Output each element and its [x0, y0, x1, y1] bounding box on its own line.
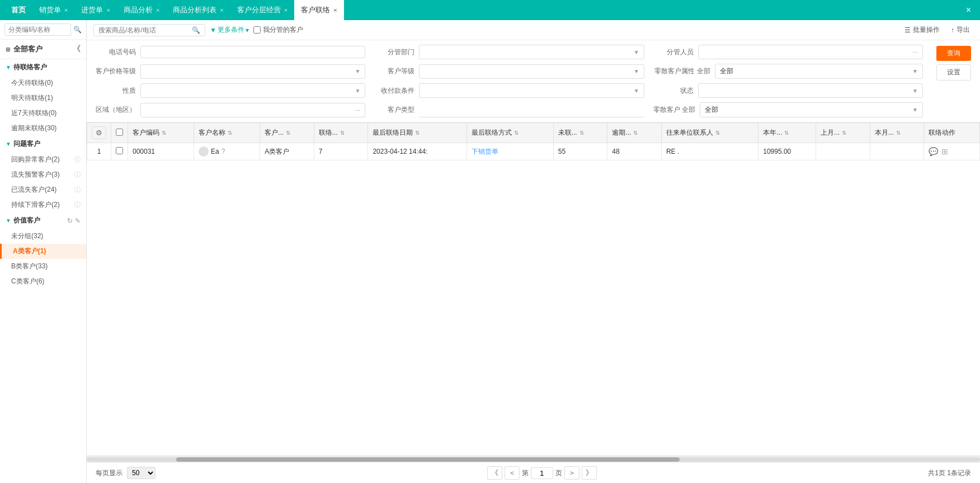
problem-customers-label: 问题客户 [13, 139, 81, 149]
dept-select[interactable]: ▼ [419, 45, 644, 59]
page-first-button[interactable]: 《 [487, 466, 502, 480]
row-checkbox[interactable] [116, 147, 123, 154]
total-info-area: 共1页 1条记录 [928, 468, 971, 478]
sort-contact-icon[interactable]: ⇅ [340, 130, 345, 136]
scrollbar-thumb[interactable] [176, 457, 680, 462]
sidebar-search-icon[interactable]: 🔍 [73, 26, 82, 34]
close-purchase-tab[interactable]: × [106, 7, 110, 13]
page-next-button[interactable]: ＞ [564, 466, 579, 480]
filter-row-1: 电话号码 分管部门 ▼ 分管人员 [96, 45, 932, 59]
th-last-method-label: 最后联络方式 [472, 128, 512, 138]
nav-home[interactable]: 首页 [4, 0, 32, 20]
content-area: 🔍 ▼ 更多条件 ▾ 我分管的客户 ☰ 批量操作 ↑ 导出 [87, 20, 980, 483]
th-this-year-label: 本年... [763, 128, 782, 138]
sort-not-contacted-icon[interactable]: ⇅ [579, 130, 584, 136]
sort-code-icon[interactable]: ⇅ [162, 130, 166, 136]
close-customer-tier-tab[interactable]: × [284, 7, 288, 13]
customer-level-select[interactable]: ▼ [419, 64, 644, 79]
value-group-edit-icon[interactable]: ✎ [75, 217, 81, 225]
sidebar-item-ungrouped[interactable]: 未分组(32) [0, 229, 86, 244]
close-analysis-tab[interactable]: × [156, 7, 159, 13]
sidebar-item-churned[interactable]: 已流失客户(24) ⓘ [0, 182, 86, 197]
sort-name-icon[interactable]: ⇅ [228, 130, 232, 136]
my-customers-checkbox-label[interactable]: 我分管的客户 [253, 25, 303, 35]
sort-contacts-icon[interactable]: ⇅ [715, 130, 720, 136]
nature-select[interactable]: ▼ [140, 83, 365, 98]
th-overdue: 逾期... ⇅ [607, 123, 662, 143]
sidebar-item-tomorrow[interactable]: 明天待联络(1) [0, 91, 86, 106]
nav-sales[interactable]: 销货单 × [32, 0, 74, 20]
sidebar-item-churn-warning[interactable]: 流失预警客户(3) ⓘ [0, 167, 86, 182]
value-group-refresh-icon[interactable]: ↻ [67, 217, 73, 225]
page-prev-button[interactable]: ＜ [505, 466, 520, 480]
close-customer-contact-tab[interactable]: × [333, 7, 337, 13]
chat-action-icon[interactable]: 💬 [929, 147, 938, 156]
close-sales-tab[interactable]: × [64, 7, 68, 13]
toolbar: 🔍 ▼ 更多条件 ▾ 我分管的客户 ☰ 批量操作 ↑ 导出 [87, 20, 980, 40]
sidebar-search-input[interactable] [4, 23, 71, 36]
nav-customer-tier[interactable]: 客户分层经营 × [230, 0, 294, 20]
page-size-select[interactable]: 50 100 200 [127, 467, 156, 479]
select-all-checkbox[interactable] [116, 129, 123, 136]
nav-analysis-list[interactable]: 商品分析列表 × [166, 0, 230, 20]
region-label: 区域（地区） [96, 105, 140, 115]
sidebar-item-a-class[interactable]: A类客户(1) [0, 244, 86, 259]
phone-input[interactable] [140, 46, 365, 58]
close-analysis-list-tab[interactable]: × [220, 7, 223, 13]
sort-method-icon[interactable]: ⇅ [514, 130, 519, 136]
th-name-label: 客户名称 [199, 128, 225, 138]
payment-select[interactable]: ▼ [419, 83, 644, 98]
filter-retail-attr: 零散客户属性 全部 全部 ▼ [653, 64, 932, 79]
window-close-button[interactable]: × [962, 5, 976, 15]
sort-last-month-icon[interactable]: ⇅ [842, 130, 846, 136]
nav-customer-contact[interactable]: 客户联络 × [294, 0, 343, 20]
data-table-container: ⚙ 客户编码 ⇅ 客户名称 [87, 122, 980, 456]
sort-this-month-icon[interactable]: ⇅ [896, 130, 901, 136]
last-method-link[interactable]: 下销货单 [472, 148, 498, 155]
sidebar-item-overdue[interactable]: 逾期未联络(30) [0, 121, 86, 136]
settings-button[interactable]: 设置 [936, 64, 971, 80]
column-settings-button[interactable]: ⚙ [92, 126, 106, 139]
sort-this-year-icon[interactable]: ⇅ [784, 130, 789, 136]
search-input[interactable] [98, 26, 192, 34]
sort-overdue-icon[interactable]: ⇅ [633, 130, 638, 136]
th-checkbox [111, 123, 128, 143]
problem-customers-header[interactable]: ▼ 问题客户 [0, 136, 86, 152]
page-last-button[interactable]: 》 [582, 466, 597, 480]
row-checkbox-cell [111, 143, 128, 160]
retail-customer-select[interactable]: 全部 ▼ [700, 102, 923, 117]
sidebar-item-b-class[interactable]: B类客户(33) [0, 259, 86, 274]
more-conditions-button[interactable]: ▼ 更多条件 ▾ [210, 25, 249, 35]
sort-date-icon[interactable]: ⇅ [415, 130, 420, 136]
region-dots[interactable]: ··· [355, 106, 360, 114]
price-level-select[interactable]: ▼ [140, 64, 365, 79]
sidebar-collapse-icon[interactable]: 《 [73, 44, 81, 54]
page-number-input[interactable] [531, 467, 553, 479]
nav-purchase[interactable]: 进货单 × [74, 0, 116, 20]
all-customers-header[interactable]: ⊞ 全部客户 《 [0, 40, 86, 59]
sidebar-item-7days[interactable]: 近7天待联络(0) [0, 106, 86, 121]
row-customer-type: A类客户 [260, 143, 314, 160]
my-customers-checkbox[interactable] [253, 26, 261, 34]
query-button[interactable]: 查询 [936, 46, 971, 61]
batch-op-button[interactable]: ☰ 批量操作 [901, 23, 943, 36]
th-actions-label: 联络动作 [929, 129, 955, 136]
filter-phone: 电话号码 [96, 46, 374, 58]
value-customers-header[interactable]: ▼ 价值客户 ↻ ✎ [0, 212, 86, 229]
export-button[interactable]: ↑ 导出 [948, 23, 973, 36]
sort-type-icon[interactable]: ⇅ [286, 130, 290, 136]
retail-attr-select[interactable]: 全部 ▼ [715, 64, 923, 79]
status-select[interactable]: ▼ [698, 83, 923, 98]
pending-contact-header[interactable]: ▼ 待联络客户 [0, 59, 86, 75]
search-icon[interactable]: 🔍 [192, 26, 200, 34]
problem-customers-group: ▼ 问题客户 回购异常客户(2) ⓘ 流失预警客户(3) ⓘ 已流失客户(24)… [0, 136, 86, 212]
nav-analysis[interactable]: 商品分析 × [117, 0, 166, 20]
sidebar-item-today[interactable]: 今天待联络(0) [0, 75, 86, 91]
horizontal-scrollbar[interactable] [87, 456, 980, 462]
sidebar-item-c-class[interactable]: C类客户(6) [0, 274, 86, 289]
customer-level-label: 客户等级 [374, 67, 419, 76]
manager-dots[interactable]: ··· [912, 48, 918, 56]
qr-action-icon[interactable]: ⊞ [941, 147, 948, 156]
sidebar-item-repurchase[interactable]: 回购异常客户(2) ⓘ [0, 152, 86, 167]
sidebar-item-declining[interactable]: 持续下滑客户(2) ⓘ [0, 197, 86, 212]
